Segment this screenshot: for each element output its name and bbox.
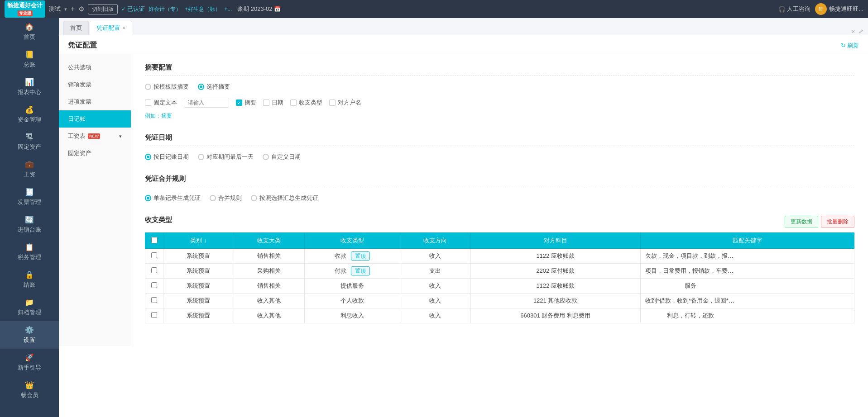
checkbox-type[interactable]: 收支类型 (290, 99, 322, 107)
sidebar-item-home[interactable]: 🏠 首页 (0, 18, 59, 46)
sidebar-item-assets[interactable]: 🏗 固定资产 (0, 128, 59, 156)
switch-version-button[interactable]: 切到旧版 (88, 4, 118, 14)
row-checkbox[interactable] (151, 282, 157, 288)
row-type: 提供服务 (304, 279, 400, 294)
select-all-checkbox[interactable] (151, 237, 158, 243)
left-nav-item-sales-invoice[interactable]: 销项发票 (59, 76, 131, 93)
product-tag-1: 好会计（专） (149, 5, 181, 13)
table-row: 系统预置 收入其他 个人收款 收入 1221 其他应收款 收到*借款，收到*备用… (145, 294, 854, 308)
radio-template-summary[interactable]: 按模板版摘要 (145, 83, 189, 91)
row-direction: 支出 (400, 264, 470, 279)
settings-icon: ⚙️ (25, 326, 34, 334)
row-checkbox[interactable] (151, 267, 157, 273)
row-direction: 收入 (400, 308, 470, 323)
sidebar-item-reports[interactable]: 📊 报表中心 (0, 73, 59, 101)
sidebar-item-settings[interactable]: ⚙️ 设置 (0, 321, 59, 349)
pin-tag[interactable]: 置顶 (351, 266, 370, 275)
example-text: 例如：摘要 (145, 112, 854, 120)
row-type: 收款 置顶 (304, 249, 400, 264)
tab-voucher-config[interactable]: 凭证配置 × (90, 21, 132, 35)
checkbox-row: 固定文本 ✓ 摘要 日期 (145, 98, 854, 108)
voucher-date-title: 凭证日期 (145, 133, 854, 146)
row-subject: 1122 应收账款 (470, 279, 640, 294)
sidebar-item-guide[interactable]: 🚀 新手引导 (0, 349, 59, 376)
product-tag-2: +好生意（标） (185, 5, 221, 13)
radio-period-last[interactable]: 对应期间最后一天 (198, 153, 254, 161)
checkbox-counterpart[interactable]: 对方户名 (329, 99, 361, 107)
row-checkbox-cell[interactable] (145, 279, 163, 294)
pin-tag[interactable]: 置顶 (351, 251, 370, 261)
row-checkbox[interactable] (151, 297, 157, 303)
row-main-type: 收入其他 (234, 294, 304, 308)
voucher-date-radio-group: 按日记账日期 对应期间最后一天 自定义日期 (145, 153, 854, 161)
header-main-type: 收支大类 (234, 233, 304, 249)
gear-icon[interactable]: ⚙ (78, 5, 84, 13)
radio-custom-date[interactable]: 自定义日期 (263, 153, 301, 161)
left-nav-item-diary[interactable]: 日记账 (59, 110, 131, 128)
tab-close-icon[interactable]: × (122, 25, 125, 31)
radio-diary-date[interactable]: 按日记账日期 (145, 153, 189, 161)
expand-arrow-icon: ▾ (119, 133, 122, 139)
user-info: 旺 畅捷通旺旺... (815, 3, 863, 15)
sidebar-item-tax[interactable]: 📋 税务管理 (0, 238, 59, 266)
purchase-sales-icon: 🔄 (25, 215, 34, 224)
fixed-text-input[interactable] (184, 98, 229, 108)
sidebar-item-archive[interactable]: 📁 归档管理 (0, 294, 59, 321)
sidebar-item-label: 工资 (24, 171, 35, 179)
expand-window-icon[interactable]: ⤢ (858, 28, 863, 35)
left-nav-item-fixed-assets[interactable]: 固定资产 (59, 145, 131, 162)
header-checkbox-col (145, 233, 163, 249)
left-nav-item-purchase-invoice[interactable]: 进项发票 (59, 93, 131, 110)
left-nav-item-public[interactable]: 公共选项 (59, 59, 131, 76)
table-row: 系统预置 收入其他 利息收入 收入 660301 财务费用 利息费用 利息，行转… (145, 308, 854, 323)
row-checkbox-cell[interactable] (145, 264, 163, 279)
closing-icon: 🔒 (25, 270, 34, 279)
checkbox-fixed-text[interactable]: 固定文本 (145, 99, 177, 107)
radio-merge-rule[interactable]: 合并规则 (210, 194, 242, 202)
header-subject: 对方科目 (470, 233, 640, 249)
checkbox-box (145, 100, 151, 106)
row-checkbox[interactable] (151, 252, 157, 258)
sidebar-item-salary[interactable]: 💼 工资 (0, 156, 59, 183)
sidebar-item-invoices[interactable]: 🧾 发票管理 (0, 183, 59, 211)
page-content: 凭证配置 ↻ 刷新 公共选项 销项发票 进项发票 (59, 35, 868, 417)
sidebar-item-label: 进销台账 (18, 226, 41, 234)
tab-home-label: 首页 (70, 24, 82, 32)
sidebar-item-member[interactable]: 👑 畅会员 (0, 376, 59, 404)
row-direction: 收入 (400, 249, 470, 264)
row-type: 个人收款 (304, 294, 400, 308)
income-expense-table: 类别 ↓ 收支大类 收支类型 收支方向 对方科目 匹配关键字 (145, 232, 854, 323)
dropdown-arrow-icon[interactable]: ▾ (64, 6, 67, 12)
refresh-button[interactable]: ↻ 刷新 (841, 42, 859, 50)
row-keywords: 收到*借款，收到*备用金，退回*备用金，个人 (640, 294, 854, 308)
add-icon[interactable]: + (71, 5, 75, 13)
row-checkbox[interactable] (151, 312, 157, 318)
radio-single-record[interactable]: 单条记录生成凭证 (145, 194, 201, 202)
top-bar: 畅捷通好会计 专业版 测试 ▾ + ⚙ 切到旧版 ✓ 已认证 好会计（专） +好… (0, 0, 868, 18)
checkbox-date[interactable]: 日期 (263, 99, 283, 107)
tab-home[interactable]: 首页 (63, 21, 89, 35)
radio-dot (145, 195, 151, 201)
left-nav-item-payroll[interactable]: 工资表 NEW ▾ (59, 128, 131, 145)
user-name: 畅捷通旺旺... (829, 5, 863, 13)
product-tag-3: +... (224, 6, 232, 12)
sidebar-item-ledger[interactable]: 📒 总账 (0, 46, 59, 73)
row-checkbox-cell[interactable] (145, 308, 163, 323)
row-checkbox-cell[interactable] (145, 249, 163, 264)
radio-aggregate[interactable]: 按照选择汇总生成凭证 (251, 194, 318, 202)
sidebar-item-funds[interactable]: 💰 资金管理 (0, 101, 59, 128)
close-window-icon[interactable]: × (851, 28, 855, 35)
update-data-button[interactable]: 更新数据 (785, 216, 818, 228)
service-button[interactable]: 🎧 人工咨询 (778, 5, 810, 13)
sidebar-item-purchase-sales[interactable]: 🔄 进销台账 (0, 211, 59, 238)
test-label: 测试 (49, 5, 61, 13)
page-title: 凭证配置 (68, 41, 97, 50)
batch-delete-button[interactable]: 批量删除 (821, 216, 854, 228)
sidebar-item-label: 总账 (24, 61, 35, 69)
ledger-icon: 📒 (25, 50, 34, 59)
sidebar-item-closing[interactable]: 🔒 结账 (0, 266, 59, 294)
salary-icon: 💼 (25, 160, 34, 169)
row-checkbox-cell[interactable] (145, 294, 163, 308)
radio-select-summary[interactable]: 选择摘要 (198, 83, 230, 91)
checkbox-summary[interactable]: ✓ 摘要 (236, 99, 256, 107)
